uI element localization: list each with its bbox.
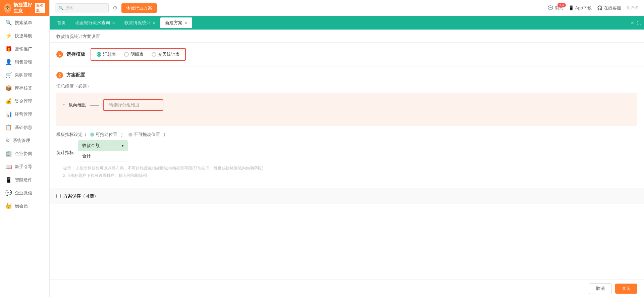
draggable-label: 可拖动位置 — [96, 132, 117, 138]
indicator-settings: 模板指标设定（ 可拖动位置 ） 不可拖动位置 ） — [56, 132, 637, 161]
wechat-icon: 💬 — [5, 190, 12, 196]
inventory-icon: 📦 — [5, 85, 12, 91]
sidebar-item-search[interactable]: 🔍 搜索菜单 — [0, 16, 49, 29]
tab-collection-stats[interactable]: 收款情况统计 ✕ — [120, 17, 160, 28]
no-drag-badge: 不可拖动位置 — [128, 132, 160, 138]
app-download[interactable]: 📱 App下载 — [569, 5, 592, 11]
step2-section: 2 方案配置 汇总维度（必选） * 纵向维度 —— 请选择分组维度 — [50, 66, 644, 188]
radio-circle-detail — [124, 52, 129, 57]
chevron-down-icon: ▾ — [122, 144, 124, 148]
username: 用户名 — [627, 5, 639, 11]
content-area: 收款情况统计方案设置 1 选择模板 汇总表 — [50, 30, 644, 297]
tab-cash-query[interactable]: 现金银行流水查询 ✕ — [70, 17, 120, 28]
breadcrumb: 收款情况统计方案设置 — [56, 34, 100, 39]
operations-icon: 📊 — [5, 111, 12, 117]
sidebar-item-marketing[interactable]: 🎁 营销推广 — [0, 42, 49, 55]
radio-label-cross: 交叉统计表 — [158, 51, 180, 57]
cancel-button[interactable]: 取消 — [589, 283, 612, 294]
logo-icon: 🐯 — [4, 3, 11, 13]
step1-section: 1 选择模板 汇总表 明细表 — [50, 43, 644, 66]
step2-number: 2 — [56, 72, 63, 79]
radio-circle-cross — [152, 52, 156, 57]
sidebar-item-system[interactable]: ⚙ 系统管理 — [0, 134, 49, 147]
industry-btn[interactable]: 体验行业方案 — [121, 3, 157, 13]
tab-close-icon[interactable]: ✕ — [112, 21, 115, 25]
save-checkbox[interactable] — [56, 194, 61, 198]
separator: ） — [121, 132, 125, 138]
topbar-search[interactable]: 🔍 搜索 — [55, 3, 109, 12]
sidebar-item-label: 系统管理 — [13, 138, 30, 144]
indicator-table: 收款金额 ▾ 合计 — [78, 140, 128, 161]
sidebar-item-label: 智能硬件 — [15, 177, 32, 183]
sidebar-item-guide[interactable]: 📖 新手引导 — [0, 160, 49, 173]
tip-line1: 提示： 1.拖动标题栏可以调整布局，不可跨维度或指标区域拖动栏目字段(只能在同一… — [63, 165, 631, 172]
tab-new-plan[interactable]: 新建方案 ✕ — [160, 17, 192, 28]
drag-dot-icon — [90, 133, 94, 137]
tips-section: 提示： 1.拖动标题栏可以调整布局，不可跨维度或指标区域拖动栏目字段(只能在同一… — [56, 161, 637, 183]
tab-home[interactable]: 首页 — [52, 17, 70, 28]
service-icon: 🎧 — [597, 5, 602, 10]
notification-badge[interactable]: 💬 消息 99+ — [548, 5, 563, 11]
basic-info-icon: 📋 — [5, 124, 12, 131]
edition-badge: 标准版 — [35, 3, 45, 13]
sidebar-item-sales[interactable]: 👤 销售管理 — [0, 55, 49, 68]
bottom-bar: 取消 查询 — [50, 280, 644, 297]
topbar-search-icon: 🔍 — [59, 6, 64, 10]
sidebar-item-finance[interactable]: 💰 资金管理 — [0, 95, 49, 108]
draggable-badge: 可拖动位置 — [90, 132, 117, 138]
vertical-dimension-label: 纵向维度 — [69, 102, 86, 108]
settings-icon[interactable]: ⚙ — [113, 5, 117, 11]
sidebar-item-label: 基础信息 — [15, 125, 32, 131]
sidebar-logo: 🐯 畅捷通好生意 标准版 — [0, 0, 49, 16]
enterprise-icon: 🏢 — [5, 150, 12, 157]
radio-circle-summary — [97, 52, 101, 57]
dimension-row: * 纵向维度 —— 请选择分组维度 — [63, 99, 631, 111]
sidebar-item-inventory[interactable]: 📦 库存核算 — [0, 82, 49, 95]
sidebar-item-basic-info[interactable]: 📋 基础信息 — [0, 121, 49, 134]
sidebar-item-quick-nav[interactable]: ⚡ 快捷导航 — [0, 29, 49, 42]
sidebar-item-label: 经营管理 — [15, 111, 32, 117]
app-download-icon: 📱 — [569, 5, 574, 10]
step2-label: 2 方案配置 — [56, 72, 637, 79]
indicator-header: 模板指标设定（ 可拖动位置 ） 不可拖动位置 ） — [56, 132, 637, 138]
sidebar-item-label: 搜索菜单 — [15, 20, 32, 26]
radio-cross-table[interactable]: 交叉统计表 — [152, 51, 180, 57]
tab-expand-icon[interactable]: ⛶ — [637, 20, 641, 26]
notification-count: 99+ — [557, 3, 566, 7]
main-area: 🔍 搜索 ⚙ 体验行业方案 💬 消息 99+ 📱 App下载 🎧 在线客服 用户… — [50, 0, 644, 297]
indicator-col-header[interactable]: 收款金额 ▾ — [78, 141, 128, 151]
sidebar-item-enterprise[interactable]: 🏢 企业协同 — [0, 147, 49, 160]
close-paren: ） — [163, 132, 168, 138]
indicator-section-label-wrapper: 统计指标 — [56, 140, 74, 156]
sidebar-item-purchase[interactable]: 🛒 采购管理 — [0, 68, 49, 82]
radio-detail-table[interactable]: 明细表 — [124, 51, 144, 57]
tab-bar: 首页 现金银行流水查询 ✕ 收款情况统计 ✕ 新建方案 ✕ ✕ ⛶ — [50, 16, 644, 30]
sidebar-item-label: 库存核算 — [15, 85, 32, 91]
finance-icon: 💰 — [5, 98, 12, 104]
step1-label: 1 选择模板 — [56, 51, 85, 58]
sidebar-item-label: 采购管理 — [15, 72, 32, 78]
dimension-select[interactable]: 请选择分组维度 — [103, 99, 163, 111]
radio-summary-table[interactable]: 汇总表 — [97, 51, 116, 57]
guide-icon: 📖 — [5, 163, 12, 170]
tab-close-active-icon[interactable]: ✕ — [184, 21, 187, 25]
tab-close-window-icon[interactable]: ✕ — [631, 20, 634, 26]
sidebar-item-label: 营销推广 — [15, 46, 32, 52]
radio-label-summary: 汇总表 — [103, 51, 116, 57]
purchase-icon: 🛒 — [5, 72, 12, 78]
tip-line2: 2.点击标题栏下拉可设置排序、插入列和删除列 — [63, 172, 631, 180]
tab-close-icon[interactable]: ✕ — [153, 21, 156, 25]
required-asterisk: * — [63, 103, 65, 108]
sidebar-item-label: 企业协同 — [15, 151, 32, 157]
online-service[interactable]: 🎧 在线客服 — [597, 5, 621, 11]
logo-text: 畅捷通好生意 — [13, 2, 35, 14]
sidebar-item-operations[interactable]: 📊 经营管理 — [0, 108, 49, 121]
sidebar-item-label: 资金管理 — [15, 98, 32, 104]
sidebar-item-wechat[interactable]: 💬 企业微信 — [0, 186, 49, 199]
indicator-col-row: 合计 — [78, 151, 128, 161]
query-button[interactable]: 查询 — [615, 284, 637, 294]
sidebar-item-smart-hw[interactable]: 📱 智能硬件 — [0, 173, 49, 186]
dimension-area: * 纵向维度 —— 请选择分组维度 — [56, 93, 637, 126]
sidebar-item-member[interactable]: 👑 畅会员 — [0, 199, 49, 212]
radio-group-template: 汇总表 明细表 交叉统计表 — [91, 48, 186, 61]
